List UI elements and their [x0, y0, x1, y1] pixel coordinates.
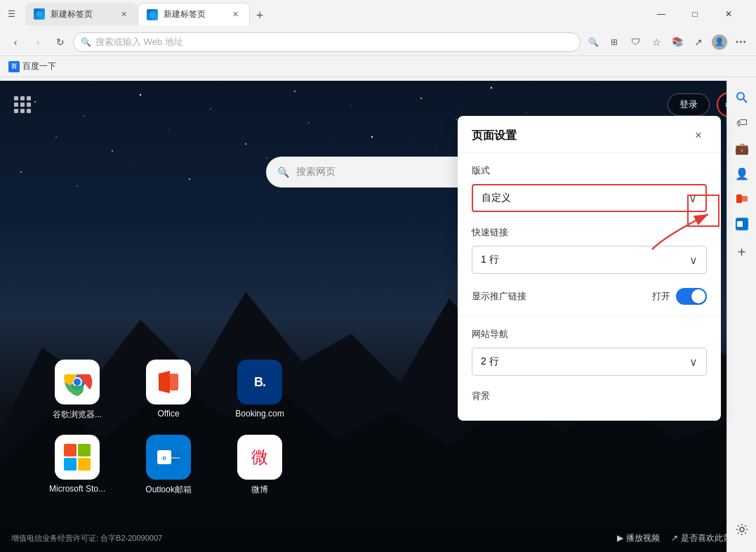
- layout-value: 自定义: [482, 192, 511, 204]
- back-button[interactable]: ‹: [6, 32, 25, 52]
- sidebar-settings-icon[interactable]: [731, 518, 753, 541]
- quick-links-label: 快速链接: [472, 226, 707, 239]
- svg-rect-44: [743, 222, 747, 226]
- search-placeholder: 搜索网页: [296, 166, 336, 178]
- tab-2[interactable]: 新建标签页 ✕: [138, 3, 250, 25]
- toggle-knob: [691, 289, 705, 303]
- svg-rect-43: [737, 221, 743, 227]
- sidebar-outlook-icon[interactable]: [731, 213, 753, 235]
- msstore-icon: [55, 435, 100, 480]
- settings-panel: 页面设置 × 版式 自定义 ∨ 快速链接 1 行 ∨ 显示推广链接 打开: [458, 116, 721, 421]
- sidebar-tag-icon[interactable]: 🏷: [731, 112, 753, 134]
- app-weibo[interactable]: 微 微博: [225, 435, 295, 496]
- layout-label: 版式: [472, 164, 707, 177]
- svg-rect-41: [742, 196, 748, 202]
- site-nav-arrow: ∨: [689, 355, 698, 369]
- weibo-label: 微博: [251, 484, 268, 496]
- panel-divider: [458, 316, 721, 317]
- tab-1-close[interactable]: ✕: [118, 8, 129, 20]
- play-video-button[interactable]: ▶ 播放视频: [617, 532, 660, 544]
- like-icon: ↗: [671, 533, 678, 543]
- chrome-icon: [55, 360, 100, 405]
- refresh-button[interactable]: ↻: [51, 32, 70, 52]
- svg-text:o: o: [162, 454, 166, 461]
- baidu-favicon: 百: [8, 61, 20, 72]
- show-promo-row: 显示推广链接 打开: [472, 288, 707, 305]
- show-promo-label: 显示推广链接: [472, 290, 526, 303]
- shield-btn[interactable]: 🛡: [625, 32, 645, 52]
- menu-btn[interactable]: ⋯: [731, 32, 750, 52]
- maximize-button[interactable]: □: [679, 3, 711, 25]
- tab-2-close[interactable]: ✕: [230, 9, 241, 20]
- layout-dropdown[interactable]: 自定义 ∨: [472, 184, 707, 212]
- svg-point-45: [740, 527, 744, 532]
- address-bar[interactable]: 🔍 搜索或输入 Web 地址: [73, 32, 581, 52]
- quick-links-arrow: ∨: [689, 254, 698, 267]
- favorites-btn[interactable]: ☆: [646, 32, 666, 52]
- sidebar-office-icon[interactable]: [731, 188, 753, 210]
- forward-button[interactable]: ›: [28, 32, 48, 52]
- app-office[interactable]: Office: [133, 360, 204, 421]
- office-label: Office: [157, 409, 179, 419]
- sidebar-briefcase-icon[interactable]: 💼: [731, 137, 753, 159]
- collections-btn[interactable]: 📚: [668, 32, 687, 52]
- tab-bar: 新建标签页 ✕ 新建标签页 ✕ +: [20, 3, 642, 25]
- search-icon: 🔍: [277, 166, 289, 178]
- outlook-icon: o: [146, 435, 191, 480]
- toggle-row: 打开: [652, 288, 707, 305]
- new-tab-button[interactable]: +: [250, 6, 270, 25]
- quick-links-value: 1 行: [481, 254, 499, 266]
- quick-links-dropdown[interactable]: 1 行 ∨: [472, 246, 707, 274]
- window-controls: — □ ✕: [645, 3, 750, 25]
- sidebar-person-icon[interactable]: 👤: [731, 162, 753, 185]
- weibo-icon: 微: [237, 435, 282, 480]
- app-booking[interactable]: B. Booking.com: [225, 360, 295, 421]
- booking-label: Booking.com: [235, 409, 284, 419]
- sidebar-add-button[interactable]: +: [731, 241, 753, 263]
- bottom-right: ▶ 播放视频 ↗ 是否喜欢此背景?: [617, 532, 745, 544]
- svg-line-39: [743, 99, 747, 103]
- svg-point-28: [74, 379, 81, 386]
- layout-dropdown-arrow: ∨: [689, 192, 697, 205]
- title-bar: ☰ 新建标签页 ✕ 新建标签页 ✕ +: [0, 0, 756, 28]
- chrome-label: 谷歌浏览器...: [53, 409, 102, 421]
- baidu-bookmark[interactable]: 百度一下: [22, 60, 56, 72]
- bg-label: 背景: [472, 390, 707, 402]
- app-msstore[interactable]: Microsoft Sto...: [42, 435, 112, 496]
- sidebar-search-icon[interactable]: [731, 86, 753, 109]
- search-address-icon: 🔍: [81, 37, 91, 47]
- search-bar[interactable]: 🔍 搜索网页: [266, 157, 491, 188]
- outlook-label: Outlook邮箱: [145, 484, 191, 496]
- panel-close-button[interactable]: ×: [690, 127, 707, 144]
- browser-chrome: ☰ 新建标签页 ✕ 新建标签页 ✕ +: [0, 0, 756, 81]
- promo-toggle[interactable]: [676, 288, 707, 305]
- panel-title: 页面设置: [472, 129, 517, 143]
- tab-1[interactable]: 新建标签页 ✕: [25, 3, 138, 25]
- share-btn[interactable]: ↗: [689, 32, 708, 52]
- site-nav-value: 2 行: [481, 355, 499, 368]
- login-button[interactable]: 登录: [668, 93, 710, 116]
- zoom-button[interactable]: 🔍: [583, 32, 603, 52]
- split-btn[interactable]: ⊞: [604, 32, 624, 52]
- window-sidebar-btn[interactable]: ☰: [6, 8, 17, 20]
- booking-icon: B.: [237, 360, 282, 405]
- bookmarks-bar: 百 百度一下: [0, 56, 756, 77]
- close-button[interactable]: ✕: [712, 3, 745, 25]
- profile-btn[interactable]: 👤: [710, 32, 729, 52]
- tab-2-title: 新建标签页: [164, 8, 224, 20]
- svg-text:微: 微: [251, 447, 268, 466]
- toolbar: ‹ › ↻ 🔍 搜索或输入 Web 地址 🔍 ⊞ 🛡 ☆ 📚 ↗ 👤 ⋯: [0, 28, 756, 56]
- tab-2-favicon: [147, 9, 158, 20]
- tab-1-title: 新建标签页: [51, 8, 112, 20]
- address-text: 搜索或输入 Web 地址: [95, 36, 573, 48]
- minimize-button[interactable]: —: [645, 3, 677, 25]
- site-nav-label: 网站导航: [472, 328, 707, 341]
- site-nav-dropdown[interactable]: 2 行 ∨: [472, 348, 707, 376]
- app-outlook[interactable]: o Outlook邮箱: [133, 435, 204, 496]
- app-chrome[interactable]: 谷歌浏览器...: [42, 360, 112, 421]
- svg-rect-30: [170, 374, 178, 390]
- panel-header: 页面设置 ×: [458, 116, 721, 153]
- icp-license: 增值电信业务经营许可证: 合字B2-20090007: [11, 533, 162, 544]
- svg-point-38: [737, 93, 744, 100]
- grid-menu-button[interactable]: [14, 96, 31, 113]
